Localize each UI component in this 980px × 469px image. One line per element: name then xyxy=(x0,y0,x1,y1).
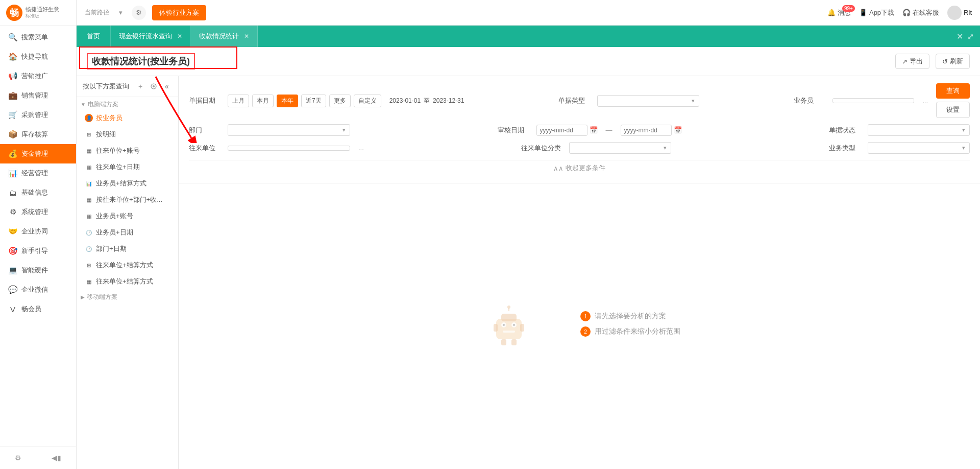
query-btn[interactable]: 查询 xyxy=(936,83,970,99)
biz-type-label: 业务类型 xyxy=(829,144,860,153)
tree-item-unit-settle2[interactable]: ▦ 往来单位+结算方式 xyxy=(77,273,178,290)
counterpart-more-btn[interactable]: ... xyxy=(358,144,364,152)
collapse-more-btn[interactable]: ∧∧ 收起更多条件 xyxy=(189,160,970,176)
tree-item-unit-date[interactable]: ▦ 往来单位+日期 xyxy=(77,159,178,175)
tree-item-sales-date[interactable]: 🕐 业务员+日期 xyxy=(77,224,178,241)
tree-item-dept-date[interactable]: 🕐 部门+日期 xyxy=(77,241,178,257)
filter-area: 单据日期 上月 本月 本年 近7天 更多 自定义 2023-01-01 至 xyxy=(179,76,980,183)
tab-expand-btn[interactable]: ⤢ xyxy=(967,32,974,41)
topbar-settings-btn[interactable]: ⚙ xyxy=(132,6,146,20)
salesperson-more-btn[interactable]: ... xyxy=(922,97,928,105)
left-panel-header: 按以下方案查询 + « xyxy=(77,76,178,97)
sidebar-item-label: 搜索菜单 xyxy=(21,33,48,42)
export-btn[interactable]: ↗ 导出 xyxy=(895,54,929,69)
tab-home[interactable]: 首页 xyxy=(77,26,111,47)
sidebar-item-marketing[interactable]: 📢 营销推广 xyxy=(0,66,76,86)
tree-item-detail[interactable]: ⊞ 按明细 xyxy=(77,126,178,143)
svg-point-7 xyxy=(513,324,515,326)
app-download-btn[interactable]: 📱 App下载 xyxy=(859,8,894,17)
tab-receipts-close[interactable]: ✕ xyxy=(244,33,249,40)
sidebar-nav: 🔍 搜索菜单 🏠 快捷导航 📢 营销推广 💼 销售管理 🛒 采购管理 📦 库存核… xyxy=(0,26,76,446)
tree-item-label: 业务员+结算方式 xyxy=(96,179,146,188)
sidebar-item-member[interactable]: V 畅会员 xyxy=(0,299,76,319)
svg-rect-11 xyxy=(501,339,506,345)
date-btn-this-year[interactable]: 本年 xyxy=(277,95,298,107)
svg-rect-10 xyxy=(520,324,524,332)
tree-item-label: 按往来单位+部门+收... xyxy=(96,195,162,204)
sidebar-item-system[interactable]: ⚙ 系统管理 xyxy=(0,202,76,222)
sidebar-item-basic[interactable]: 🗂 基础信息 xyxy=(0,183,76,202)
sidebar-item-search[interactable]: 🔍 搜索菜单 xyxy=(0,28,76,47)
tree-item-label: 往来单位+结算方式 xyxy=(96,261,153,270)
sidebar-settings-btn[interactable]: ⚙ xyxy=(12,451,24,465)
bell-icon: 🔔 xyxy=(827,9,836,16)
tree-item-sales-settle[interactable]: 📊 业务员+结算方式 xyxy=(77,175,178,192)
sidebar-item-label: 营销推广 xyxy=(21,72,48,81)
collapse-panel-btn[interactable]: « xyxy=(162,81,172,91)
dept-select[interactable]: ▾ xyxy=(228,124,350,136)
sidebar-item-sales[interactable]: 💼 销售管理 xyxy=(0,86,76,105)
add-scheme-btn[interactable]: + xyxy=(135,81,145,91)
sidebar-item-inventory[interactable]: 📦 库存核算 xyxy=(0,125,76,144)
logo-text: 畅捷通好生意 xyxy=(26,6,59,13)
sidebar-item-wechat[interactable]: 💬 企业微信 xyxy=(0,280,76,299)
tree-item-label: 往来单位+结算方式 xyxy=(96,277,153,286)
sidebar-item-purchase[interactable]: 🛒 采购管理 xyxy=(0,105,76,125)
doc-status-select[interactable]: ▾ xyxy=(868,124,970,136)
doc-type-select[interactable]: ▾ xyxy=(597,95,699,107)
section-label: 电脑端方案 xyxy=(88,100,118,109)
messages-btn[interactable]: 🔔 消息 99+ xyxy=(827,8,851,17)
dept-date-icon: 🕐 xyxy=(85,245,93,253)
tab-receipts[interactable]: 收款情况统计 ✕ xyxy=(191,26,258,47)
tab-bank-close[interactable]: ✕ xyxy=(177,33,182,40)
breadcrumb-dropdown[interactable]: ▾ xyxy=(115,8,126,18)
sales-date-icon: 🕐 xyxy=(85,228,93,237)
sidebar-item-quicknav[interactable]: 🏠 快捷导航 xyxy=(0,47,76,66)
audit-date-end[interactable] xyxy=(621,125,672,136)
biz-type-select[interactable]: ▾ xyxy=(868,142,970,154)
sidebar-collapse-btn[interactable]: ◀▮ xyxy=(48,451,64,465)
mobile-icon: 📱 xyxy=(859,9,867,16)
sidebar-item-label: 经营管理 xyxy=(21,169,48,178)
audit-date-start[interactable] xyxy=(536,125,587,136)
topbar: 当前路径 ▾ ⚙ 体验行业方案 🔔 消息 99+ 📱 App下载 🎧 在线客服 … xyxy=(77,0,980,26)
setting-btn[interactable]: 设置 xyxy=(936,102,970,118)
date-btn-custom[interactable]: 自定义 xyxy=(354,95,381,107)
left-panel: 按以下方案查询 + « ▼ 电脑端方案 👤 xyxy=(77,76,179,469)
section-arrow: ▼ xyxy=(81,102,86,107)
calendar-icon-start[interactable]: 📅 xyxy=(590,126,598,134)
sidebar-item-corp[interactable]: 🤝 企业协同 xyxy=(0,222,76,241)
trial-btn[interactable]: 体验行业方案 xyxy=(152,5,206,20)
date-btn-more[interactable]: 更多 xyxy=(329,95,351,107)
counterpart-select[interactable] xyxy=(228,146,350,151)
counterpart-category-select[interactable]: ▾ xyxy=(569,142,671,154)
sidebar-item-label: 库存核算 xyxy=(21,130,48,139)
date-btn-this-month[interactable]: 本月 xyxy=(252,95,274,107)
sidebar-item-guide[interactable]: 🎯 新手引导 xyxy=(0,241,76,261)
date-btn-7days[interactable]: 近7天 xyxy=(301,95,326,107)
sidebar-item-hardware[interactable]: 💻 智能硬件 xyxy=(0,261,76,280)
money-icon: 💰 xyxy=(8,149,17,158)
sidebar-item-finance[interactable]: 💰 资金管理 xyxy=(0,144,76,163)
tree-item-sales-account[interactable]: ▦ 业务员+账号 xyxy=(77,208,178,224)
refresh-btn[interactable]: ↺ 刷新 xyxy=(936,54,970,69)
tree-item-unit-dept[interactable]: ▦ 按往来单位+部门+收... xyxy=(77,192,178,208)
online-service-btn[interactable]: 🎧 在线客服 xyxy=(902,8,939,17)
file-icon: 🗂 xyxy=(8,188,17,197)
calendar-icon-end[interactable]: 📅 xyxy=(674,126,682,134)
megaphone-icon: 📢 xyxy=(8,72,17,81)
user-area[interactable]: Rit xyxy=(947,6,972,20)
tab-bank[interactable]: 现金银行流水查询 ✕ xyxy=(111,26,191,47)
salesperson-label: 业务员 xyxy=(794,96,824,105)
sidebar-item-operations[interactable]: 📊 经营管理 xyxy=(0,163,76,183)
scheme-settings-btn[interactable] xyxy=(149,81,159,91)
date-btn-last-month[interactable]: 上月 xyxy=(228,95,249,107)
page-title: 收款情况统计(按业务员) xyxy=(87,53,195,69)
tab-close-all-btn[interactable]: ✕ xyxy=(957,32,963,41)
tree-item-salesperson[interactable]: 👤 按业务员 xyxy=(77,110,178,126)
salesperson-select[interactable] xyxy=(832,98,914,103)
query-actions: 查询 设置 xyxy=(936,83,970,118)
settings-icon: ⚙ xyxy=(8,207,17,217)
tree-item-unit-settle1[interactable]: ⊞ 往来单位+结算方式 xyxy=(77,257,178,273)
tree-item-unit-account[interactable]: ▦ 往来单位+账号 xyxy=(77,143,178,159)
